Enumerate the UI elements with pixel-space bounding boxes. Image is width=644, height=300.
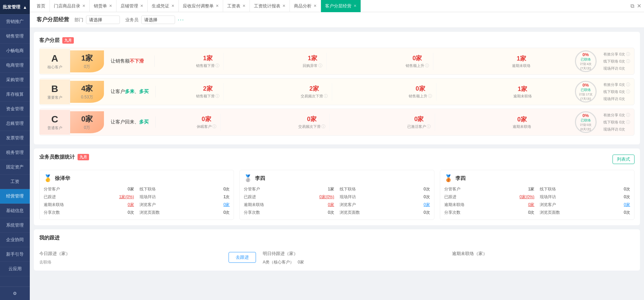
staff-label: 线下联络: [139, 186, 156, 192]
sidebar: 批发管理 ▲ 营销推广 销售管理 小畅电商 电商管理 采购管理 库存核算 资金管…: [0, 0, 30, 300]
goto-followup-button[interactable]: 去跟进: [229, 252, 256, 263]
page-header: 客户分层经营 部门 请选择 业务员 请选择 ···: [30, 12, 644, 28]
staff-val-link[interactable]: 0家: [624, 202, 630, 208]
dept-select[interactable]: 请选择: [86, 16, 120, 24]
info-icon[interactable]: ⓘ: [212, 124, 216, 130]
staff-val-link[interactable]: 0家(0%): [319, 194, 334, 200]
staff-val-link[interactable]: 0家: [328, 202, 334, 208]
tier-label-b: B 重要客户: [40, 79, 70, 104]
staff-label: 分管客户: [244, 186, 260, 192]
sidebar-item-sales[interactable]: 销售管理: [0, 29, 30, 44]
info-icon[interactable]: ⓘ: [425, 63, 429, 69]
sidebar-item-assets[interactable]: 固定资产: [0, 160, 30, 175]
sidebar-item-collab[interactable]: 企业协同: [0, 233, 30, 247]
tab-home[interactable]: 首页: [33, 0, 50, 12]
staff-select[interactable]: 请选择: [141, 16, 175, 24]
staff-val: 1家: [528, 186, 535, 192]
staff-label: 分享次数: [44, 210, 60, 215]
sidebar-item-ecommerce-small[interactable]: 小畅电商: [0, 44, 30, 58]
tab-payroll-report[interactable]: 工资统计报表 ✕: [250, 0, 290, 12]
tab-close-icon[interactable]: ✕: [82, 4, 85, 8]
staff-val-link[interactable]: 1家(0%): [119, 194, 134, 200]
tier-stats-a: 1家 0万: [70, 50, 104, 72]
sidebar-item-management[interactable]: 经营管理: [0, 189, 30, 204]
info-icon[interactable]: ⓘ: [324, 93, 328, 99]
info-icon[interactable]: ⓘ: [215, 63, 219, 69]
right-stats-a: 有效分享 0次 ⓘ 线下联络 0次 ⓘ 现场拜访 0次: [599, 49, 634, 73]
staff-label: 已跟进: [244, 194, 256, 200]
staff-val-link[interactable]: 0家(0%): [519, 194, 534, 200]
staff-filter: 业务员 请选择 ···: [125, 16, 184, 24]
staff-label: 浏览页面数: [139, 210, 160, 215]
tab-product-analysis[interactable]: 商品分析 ✕: [290, 0, 321, 12]
list-view-button[interactable]: 列表式: [613, 155, 635, 164]
staff-val-link[interactable]: 0家: [424, 202, 430, 208]
info-icon[interactable]: ⓘ: [428, 93, 432, 99]
sidebar-title: 批发管理: [3, 4, 20, 10]
right-stats-b: 有效分享 0次 ⓘ 线下联络 0次 ⓘ 现场拜访 0次: [599, 80, 634, 104]
staff-row-overdue: 逾期未联络 0家: [444, 202, 535, 208]
tab-close-icon[interactable]: ✕: [140, 4, 143, 8]
tab-close-icon[interactable]: ✕: [242, 4, 245, 8]
metric-c-1: 0家 休眠客户 ⓘ: [193, 114, 221, 131]
tier-metrics-a: 1家 销售额下滑 ⓘ 1家 回购异常 ⓘ 0家 销售额上升 ⓘ 1家 逾期未联络: [155, 50, 572, 73]
tab-close-icon[interactable]: ✕: [171, 4, 174, 8]
staff-row-offline: 线下联络 0次: [540, 186, 630, 192]
tab-close-icon[interactable]: ✕: [109, 4, 112, 8]
tab-close-icon[interactable]: ✕: [353, 4, 357, 8]
sidebar-item-finance[interactable]: 资金管理: [0, 102, 30, 116]
staff-row-browse: 浏览客户 0家: [340, 202, 430, 208]
tab-close-icon[interactable]: ✕: [216, 4, 219, 8]
sidebar-item-ecommerce[interactable]: 电商管理: [0, 58, 30, 73]
sidebar-settings[interactable]: ⚙: [0, 286, 30, 300]
staff-month-badge: 九月: [78, 154, 89, 160]
tab-close-icon[interactable]: ✕: [314, 4, 317, 8]
staff-val-link[interactable]: 0家: [223, 202, 230, 208]
overdue-label: 逾期未联络（家）: [452, 251, 635, 257]
staff-val-link[interactable]: 0家: [528, 202, 535, 208]
tab-window-icon[interactable]: ⧉: [630, 3, 634, 9]
tier-stats-c: 0家 0万: [70, 111, 104, 133]
staff-row-managed: 分管客户 1家: [244, 186, 334, 192]
tab-store-products[interactable]: 门店商品目录 ✕: [50, 0, 90, 12]
tomorrow-sub: A类（核心客户） 0家: [263, 259, 445, 265]
sidebar-item-purchase[interactable]: 采购管理: [0, 73, 30, 87]
info-icon[interactable]: ⓘ: [318, 63, 322, 69]
sidebar-item-basic[interactable]: 基础信息: [0, 204, 30, 218]
overdue-col: 逾期未联络（家）: [452, 251, 635, 259]
tab-payroll[interactable]: 工资表 ✕: [223, 0, 250, 12]
staff-row-followed: 已跟进 0家(0%): [444, 194, 535, 200]
sidebar-item-newbie[interactable]: 新手引导: [0, 247, 30, 262]
dept-label: 部门: [74, 17, 83, 23]
staff-label: 已跟进: [444, 194, 456, 200]
sidebar-item-system[interactable]: 系统管理: [0, 218, 30, 233]
tab-customer-tier[interactable]: 客户分层经营 ✕: [321, 0, 361, 12]
tab-sales-order[interactable]: 销货单 ✕: [90, 0, 116, 12]
filter-more-btn[interactable]: ···: [178, 17, 184, 23]
staff-card-1: 🥈 李四 分管客户 1家 线下联络 0次 已跟进: [239, 170, 434, 220]
sidebar-item-marketing[interactable]: 营销推广: [0, 15, 30, 29]
tab-ap-adjust[interactable]: 应收应付调整单 ✕: [179, 0, 223, 12]
info-icon[interactable]: ⓘ: [427, 124, 431, 130]
tab-close-icon[interactable]: ✕: [282, 4, 285, 8]
tab-close-all-icon[interactable]: ✕: [637, 3, 641, 9]
staff-val: 1家: [328, 186, 334, 192]
sidebar-item-tax[interactable]: 税务管理: [0, 145, 30, 160]
staff-row-browse: 浏览客户 0家: [139, 202, 230, 208]
staff-row-pages: 浏览页面数 0次: [139, 210, 230, 215]
sidebar-item-invoice[interactable]: 发票管理: [0, 131, 30, 145]
sidebar-item-inventory[interactable]: 库存核算: [0, 87, 30, 102]
staff-val-link[interactable]: 0家: [128, 202, 134, 208]
staff-card-0: 🥇 徐泽华 分管客户 0家 线下联络 0次 已跟进: [39, 170, 234, 220]
tab-store-manage[interactable]: 店铺管理 ✕: [116, 0, 148, 12]
tab-voucher[interactable]: 生成凭证 ✕: [148, 0, 179, 12]
info-icon[interactable]: ⓘ: [321, 124, 325, 130]
sidebar-item-cloud[interactable]: 云应用: [0, 262, 30, 276]
sidebar-item-salary[interactable]: 工资: [0, 175, 30, 189]
sidebar-item-ledger[interactable]: 总账管理: [0, 116, 30, 131]
tier-label-c: C 普通客户: [40, 110, 70, 135]
info-icon[interactable]: ⓘ: [215, 93, 219, 99]
sidebar-collapse-icon[interactable]: ▲: [23, 5, 27, 10]
sidebar-header[interactable]: 批发管理 ▲: [0, 0, 30, 15]
tier-label-a: A 核心客户: [40, 49, 70, 74]
